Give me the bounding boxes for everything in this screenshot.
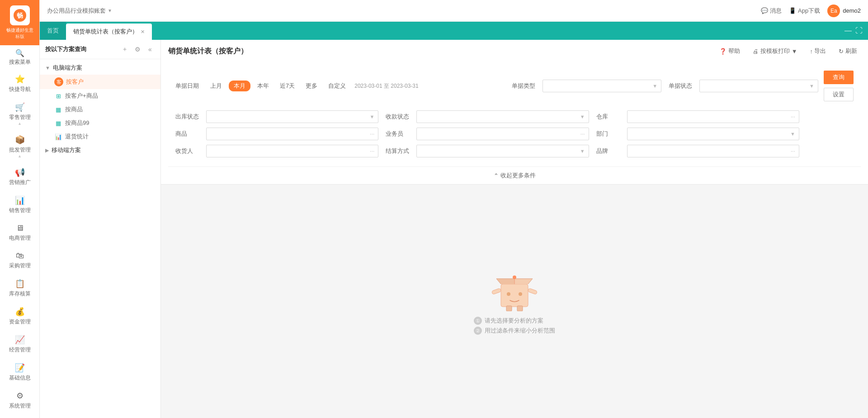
sidebar-sales-label: 销售管理 xyxy=(9,207,31,214)
page-actions: ❓ 帮助 🖨 按模板打印 ▼ ↑ 导出 xyxy=(716,45,861,57)
hint-num-2: ② xyxy=(474,327,482,335)
sidebar-item-operations[interactable]: 📈 经营管理 xyxy=(0,330,39,358)
tree-child-return-stats[interactable]: 📊 退货统计 xyxy=(40,130,160,143)
account-selector-arrow: ▼ xyxy=(108,8,112,13)
sidebar-item-ecommerce[interactable]: 🖥 电商管理 xyxy=(0,219,39,247)
svg-rect-7 xyxy=(491,288,501,294)
help-btn[interactable]: ❓ 帮助 xyxy=(716,45,744,57)
sidebar-item-finance[interactable]: 💰 资金管理 xyxy=(0,302,39,330)
recipient-input[interactable]: ··· xyxy=(206,145,378,157)
collapse-btn[interactable]: ⌃ 收起更多条件 xyxy=(486,170,543,181)
date-custom[interactable]: 自定义 xyxy=(324,81,350,91)
return-stats-label: 退货统计 xyxy=(65,133,89,141)
sidebar-item-inventory[interactable]: 📋 库存核算 xyxy=(0,274,39,302)
tab-sales-stats[interactable]: 销货单统计表（按客户） ✕ xyxy=(66,24,152,40)
empty-illustration xyxy=(487,266,542,311)
sidebar-item-basic[interactable]: 📝 基础信息 xyxy=(0,358,39,386)
doc-type-input[interactable]: ▼ xyxy=(542,80,661,92)
sidebar-item-collab[interactable]: 🤝 企业协同 xyxy=(0,414,39,418)
operations-icon: 📈 xyxy=(15,335,25,345)
settings-button[interactable]: 设置 xyxy=(824,88,854,101)
salesperson-input[interactable]: ··· xyxy=(416,128,589,140)
app-download-icon: 📱 xyxy=(789,7,796,14)
page-title-row: 销货单统计表（按客户） ❓ 帮助 🖨 按模板打印 ▼ xyxy=(168,45,861,57)
print-icon: 🖨 xyxy=(753,48,759,55)
product-label: 商品 xyxy=(175,130,203,138)
ship-status-input[interactable]: ▼ xyxy=(206,110,378,123)
tab-minimize-icon[interactable]: — xyxy=(844,27,852,35)
date-last-month[interactable]: 上月 xyxy=(206,81,226,91)
sidebar-purchase-label: 采购管理 xyxy=(9,262,31,270)
tree-child-by-product[interactable]: ▦ 按商品 xyxy=(40,103,160,116)
template-print-arrow: ▼ xyxy=(792,48,797,55)
date-filter: 上月 本月 本年 近7天 更多 自定义 2023-03-01 至 2023-03… xyxy=(206,81,419,91)
shortcuts-icon: ⭐ xyxy=(15,74,25,84)
top-bar-left: 办公用品行业模拟账套 ▼ xyxy=(47,7,112,15)
filter-row-2: 出库状态 ▼ 收款状态 ▼ xyxy=(175,110,854,123)
sidebar: 畅 畅捷通好生意 标版 🔍 搜索菜单 ⭐ 快捷导航 🛒 零售管理 ▲ 📦 批发管… xyxy=(0,0,40,418)
doc-status-input[interactable]: ▼ xyxy=(699,80,818,92)
app-logo[interactable]: 畅 畅捷通好生意 标版 xyxy=(0,0,39,45)
sidebar-item-search[interactable]: 🔍 搜索菜单 xyxy=(9,45,31,70)
sidebar-item-retail[interactable]: 🛒 零售管理 ▲ xyxy=(0,98,39,130)
sidebar-item-purchase[interactable]: 🛍 采购管理 xyxy=(0,247,39,274)
edit-scheme-btn[interactable]: ⚙ xyxy=(132,44,142,54)
tree-child-by-customer[interactable]: 客 按客户 xyxy=(40,75,160,89)
sidebar-item-system[interactable]: ⚙ 系统管理 xyxy=(0,386,39,414)
payment-status-arrow: ▼ xyxy=(580,114,585,119)
marketing-icon: 📢 xyxy=(15,167,25,177)
search-icon: 🔍 xyxy=(15,49,24,57)
username: demo2 xyxy=(843,7,861,14)
tab-home[interactable]: 首页 xyxy=(40,22,66,40)
sidebar-item-marketing[interactable]: 📢 营销推广 xyxy=(0,163,39,191)
sidebar-item-shortcuts[interactable]: ⭐ 快捷导航 xyxy=(0,70,39,98)
tab-maximize-icon[interactable]: ⛶ xyxy=(855,27,863,35)
account-selector[interactable]: 办公用品行业模拟账套 ▼ xyxy=(47,7,112,15)
query-button[interactable]: 查询 xyxy=(824,71,854,84)
date-last7days[interactable]: 近7天 xyxy=(276,81,299,91)
empty-state: ① 请先选择要分析的方案 ② 用过滤条件来缩小分析范围 xyxy=(474,266,555,337)
user-profile[interactable]: Ea demo2 xyxy=(827,5,861,17)
product-input[interactable]: ··· xyxy=(206,128,378,140)
brand-input[interactable]: ··· xyxy=(627,145,799,157)
refresh-label: 刷新 xyxy=(845,47,857,55)
collapse-panel-btn[interactable]: « xyxy=(145,44,155,54)
tree-child-by-product-99[interactable]: ▦ 按商品99 xyxy=(40,116,160,130)
tab-close-icon[interactable]: ✕ xyxy=(141,29,145,35)
page-title: 销货单统计表（按客户） xyxy=(168,47,248,56)
page-header: 销货单统计表（按客户） ❓ 帮助 🖨 按模板打印 ▼ xyxy=(161,40,868,185)
date-more[interactable]: 更多 xyxy=(302,81,321,91)
ship-status-arrow: ▼ xyxy=(369,114,374,119)
filter-row-4: 收货人 ··· 结算方式 ▼ xyxy=(175,145,854,157)
filter-department: 部门 ▼ xyxy=(596,128,799,140)
tree-mobile-label: 移动端方案 xyxy=(52,146,81,154)
top-bar: 办公用品行业模拟账套 ▼ 💬 消息 📱 App下载 Ea demo2 xyxy=(40,0,868,22)
warehouse-input[interactable]: ··· xyxy=(627,110,799,123)
filter-product: 商品 ··· xyxy=(175,128,378,140)
department-input[interactable]: ▼ xyxy=(627,128,799,140)
filter-date: 单据日期 上月 本月 本年 近7天 更多 自定义 2023-03-01 至 20… xyxy=(175,81,505,91)
avatar: Ea xyxy=(827,5,840,17)
date-this-year[interactable]: 本年 xyxy=(253,81,273,91)
payment-status-input[interactable]: ▼ xyxy=(416,110,589,123)
tree-parent-mobile[interactable]: ▶ 移动端方案 xyxy=(40,143,160,157)
app-sub-text: 标版 xyxy=(15,33,24,40)
settlement-input[interactable]: ▼ xyxy=(416,145,589,157)
refresh-btn[interactable]: ↻ 刷新 xyxy=(835,45,861,57)
recipient-more: ··· xyxy=(370,148,374,154)
by-customer-icon: 客 xyxy=(54,77,63,86)
add-scheme-btn[interactable]: ＋ xyxy=(120,44,130,54)
date-this-month[interactable]: 本月 xyxy=(229,81,250,91)
sidebar-inventory-label: 库存核算 xyxy=(9,290,31,298)
app-download-btn[interactable]: 📱 App下载 xyxy=(789,7,820,15)
template-print-btn[interactable]: 🖨 按模板打印 ▼ xyxy=(749,45,801,57)
table-area: ① 请先选择要分析的方案 ② 用过滤条件来缩小分析范围 xyxy=(161,185,868,418)
tree-child-by-customer-product[interactable]: ⊞ 按客户+商品 xyxy=(40,89,160,103)
sidebar-basic-label: 基础信息 xyxy=(9,374,31,382)
export-btn[interactable]: ↑ 导出 xyxy=(807,45,830,57)
message-btn[interactable]: 💬 消息 xyxy=(761,7,782,15)
sidebar-item-wholesale[interactable]: 📦 批发管理 ▲ xyxy=(0,130,39,163)
filter-ship-status: 出库状态 ▼ xyxy=(175,110,378,123)
tree-parent-desktop[interactable]: ▼ 电脑端方案 xyxy=(40,61,160,75)
sidebar-item-sales[interactable]: 📊 销售管理 xyxy=(0,191,39,219)
